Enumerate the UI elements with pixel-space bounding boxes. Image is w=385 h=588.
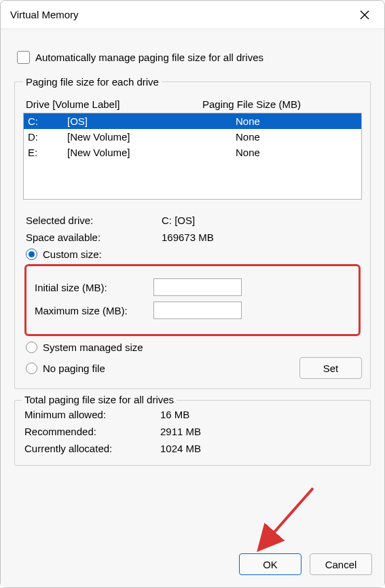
min-allowed-label: Minimum allowed: [24, 409, 160, 420]
header-size: Paging File Size (MB) [202, 98, 359, 110]
auto-manage-label: Automatically manage paging file size fo… [35, 52, 263, 63]
maximum-size-label: Maximum size (MB): [35, 305, 153, 316]
dialog-content: Automatically manage paging file size fo… [1, 29, 384, 547]
drive-row[interactable]: C:[OS]None [24, 113, 361, 129]
currently-allocated-value: 1024 MB [160, 443, 201, 454]
close-icon [360, 10, 369, 20]
selected-drive-label: Selected drive: [26, 215, 162, 226]
initial-size-input[interactable] [153, 278, 242, 296]
space-available-label: Space available: [26, 232, 162, 243]
paging-file-legend: Paging file size for each drive [23, 76, 162, 88]
initial-size-label: Initial size (MB): [35, 282, 153, 293]
drive-letter: D: [28, 131, 67, 143]
space-available-value: 169673 MB [162, 232, 214, 243]
drive-paging-size: None [236, 147, 357, 158]
header-drive: Drive [Volume Label] [26, 98, 202, 110]
drive-label: [New Volume] [67, 147, 236, 158]
no-paging-label: No paging file [43, 363, 105, 374]
totals-group: Total paging file size for all drives Mi… [14, 400, 371, 466]
ok-button[interactable]: OK [239, 553, 301, 575]
recommended-value: 2911 MB [160, 426, 201, 437]
set-button[interactable]: Set [299, 357, 362, 379]
totals-legend: Total paging file size for all drives [22, 394, 177, 405]
dialog-footer: OK Cancel [1, 547, 384, 587]
drive-label: [New Volume] [67, 131, 236, 143]
selected-drive-block: Selected drive: C: [OS] Space available:… [23, 215, 362, 243]
drive-letter: E: [28, 147, 67, 158]
drive-row[interactable]: E:[New Volume]None [24, 145, 361, 160]
close-button[interactable] [354, 5, 375, 25]
no-paging-radio-row[interactable]: No paging file [26, 363, 105, 374]
drive-paging-size: None [236, 131, 357, 143]
system-managed-radio-row[interactable]: System managed size [26, 342, 359, 353]
auto-manage-checkbox[interactable] [17, 51, 30, 64]
drive-letter: C: [28, 115, 67, 127]
custom-size-radio[interactable] [26, 249, 37, 260]
drive-list-header: Drive [Volume Label] Paging File Size (M… [23, 94, 362, 111]
drive-label: [OS] [67, 115, 236, 127]
drive-paging-size: None [236, 115, 357, 127]
system-managed-label: System managed size [43, 342, 143, 353]
custom-size-radio-row[interactable]: Custom size: [26, 249, 359, 260]
annotation-highlight: Initial size (MB): Maximum size (MB): [24, 264, 361, 336]
maximum-size-input[interactable] [153, 301, 242, 319]
paging-file-group: Paging file size for each drive Drive [V… [14, 76, 371, 389]
custom-size-label: Custom size: [43, 249, 102, 260]
selected-drive-value: C: [OS] [162, 215, 195, 226]
virtual-memory-dialog: Virtual Memory Automatically manage pagi… [0, 0, 385, 588]
cancel-button[interactable]: Cancel [310, 553, 372, 575]
window-title: Virtual Memory [10, 9, 354, 20]
drive-row[interactable]: D:[New Volume]None [24, 129, 361, 145]
titlebar: Virtual Memory [1, 1, 384, 29]
system-managed-radio[interactable] [26, 342, 37, 353]
auto-manage-row[interactable]: Automatically manage paging file size fo… [17, 51, 368, 64]
svg-line-2 [262, 488, 313, 546]
currently-allocated-label: Currently allocated: [24, 443, 160, 454]
no-paging-radio[interactable] [26, 363, 37, 374]
recommended-label: Recommended: [24, 426, 160, 437]
drive-list[interactable]: C:[OS]NoneD:[New Volume]NoneE:[New Volum… [23, 113, 362, 200]
min-allowed-value: 16 MB [160, 409, 189, 420]
